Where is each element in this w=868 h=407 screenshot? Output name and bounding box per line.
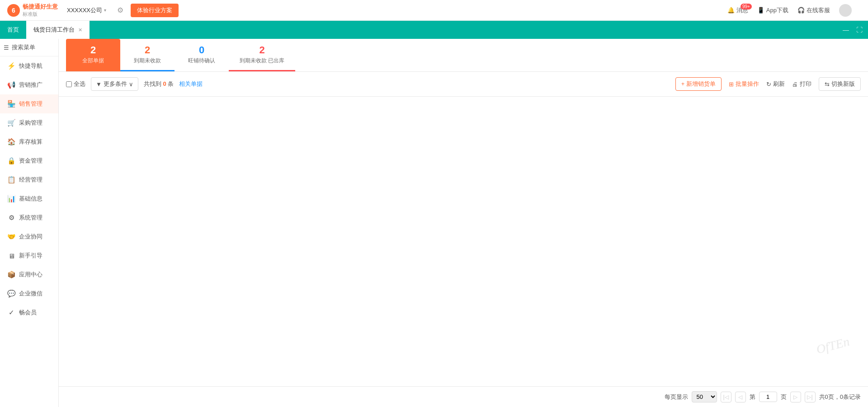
filter-btn[interactable]: ▼ 更多条件 ∨ (91, 77, 138, 91)
minimize-icon[interactable]: — (841, 24, 851, 35)
page-prefix: 第 (750, 393, 755, 401)
main-content: 2 全部单据 2 到期未收款 0 旺铺待确认 2 到期未收款 已出库 全选 (59, 39, 868, 407)
sidebar-item-label: 企业微信 (19, 290, 42, 298)
stat-label-shipped: 到期未收款 已出库 (240, 57, 284, 65)
member-icon: ✓ (7, 309, 15, 317)
filter-icon: ▼ (96, 81, 102, 88)
stat-tab-overdue[interactable]: 2 到期未收款 (120, 39, 175, 71)
stat-number-shipped: 2 (259, 44, 265, 56)
sidebar-item-purchase[interactable]: 🛒 采购管理 (0, 113, 58, 132)
settings-icon[interactable]: ⚙ (115, 4, 125, 16)
total-info: 共0页，0条记录 (819, 393, 861, 401)
bell-icon: 🔔 (727, 7, 735, 14)
toolbar-right: + 新增销货单 ⊞ 批量操作 ↻ 刷新 🖨 打印 ⇆ 切换新版 (675, 77, 861, 91)
experience-btn[interactable]: 体验行业方案 (131, 4, 179, 17)
sidebar-item-sales[interactable]: 🏪 销售管理 (0, 94, 58, 113)
workbench-tab-label: 钱货日清工作台 (33, 26, 75, 34)
sidebar-item-label: 经营管理 (19, 176, 42, 184)
tab-workbench[interactable]: 钱货日清工作台 ✕ (26, 21, 90, 39)
switch-version-btn[interactable]: ⇆ 切换新版 (819, 77, 861, 91)
header-left: 6 畅捷通好生意 标准版 XXXXXX公司 ▾ ⚙ 体验行业方案 (7, 3, 179, 17)
nav-tabs-actions: — ⛶ (841, 24, 868, 35)
sidebar-item-finance[interactable]: 🔒 资金管理 (0, 151, 58, 170)
toolbar: 全选 ▼ 更多条件 ∨ 共找到 0 条 相关单据 + 新增销货单 ⊞ 批 (59, 72, 868, 97)
first-page-btn[interactable]: |◁ (721, 392, 731, 402)
sidebar-item-label: 采购管理 (19, 119, 42, 127)
print-btn[interactable]: 🖨 打印 (792, 80, 811, 88)
logo-text: 畅捷通好生意 标准版 (23, 3, 58, 17)
chevron-down-icon: ▾ (104, 8, 106, 13)
nav-tabs: 首页 钱货日清工作台 ✕ — ⛶ (0, 21, 868, 39)
notification-badge: 99+ (741, 4, 752, 9)
tab-close-icon[interactable]: ✕ (78, 27, 82, 33)
pagination: 每页显示 50 100 200 |◁ ◁ 第 1 页 ▷ ▷| 共0页，0条记录 (59, 386, 868, 407)
print-icon: 🖨 (792, 81, 798, 88)
maximize-icon[interactable]: ⛶ (854, 24, 864, 35)
avatar[interactable] (839, 4, 852, 17)
per-page-select[interactable]: 50 100 200 (692, 391, 717, 402)
logo-icon: 6 (7, 4, 20, 17)
sidebar-item-beginner[interactable]: 🖥 新手引导 (0, 246, 58, 265)
app-download-btn[interactable]: 📱 App下载 (757, 6, 788, 14)
sidebar: ☰ 搜索菜单 ⚡ 快捷导航 📢 营销推广 🏪 销售管理 🛒 采购管理 🏠 库存核… (0, 39, 59, 407)
sidebar-item-enterprise[interactable]: 🤝 企业协同 (0, 227, 58, 246)
operations-icon: 📋 (7, 176, 15, 184)
stat-label-all: 全部单据 (82, 57, 104, 65)
online-service-btn[interactable]: 🎧 在线客服 (797, 6, 830, 14)
stat-number-all: 2 (90, 44, 96, 56)
refresh-btn[interactable]: ↻ 刷新 (766, 80, 785, 88)
related-link[interactable]: 相关单据 (179, 80, 203, 88)
next-page-btn[interactable]: ▷ (790, 392, 801, 402)
basic-info-icon: 📊 (7, 195, 15, 203)
purchase-icon: 🛒 (7, 119, 15, 127)
app-center-icon: 📦 (7, 271, 15, 279)
sidebar-item-operations[interactable]: 📋 经营管理 (0, 170, 58, 189)
sidebar-item-label: 企业协同 (19, 233, 42, 241)
stat-label-pending: 旺铺待确认 (188, 57, 215, 65)
per-page-label: 每页显示 (665, 393, 688, 401)
prev-page-btn[interactable]: ◁ (735, 392, 746, 402)
sidebar-item-inventory[interactable]: 🏠 库存核算 (0, 132, 58, 151)
sidebar-item-wechat[interactable]: 💬 企业微信 (0, 284, 58, 303)
inventory-icon: 🏠 (7, 138, 15, 146)
beginner-icon: 🖥 (7, 252, 15, 260)
page-input[interactable]: 1 (759, 392, 777, 402)
app-download-label: App下载 (766, 6, 788, 14)
sidebar-item-system[interactable]: ⚙ 系统管理 (0, 208, 58, 227)
found-count: 0 (163, 80, 166, 87)
select-all-checkbox[interactable]: 全选 (66, 80, 85, 88)
batch-btn[interactable]: ⊞ 批量操作 (729, 80, 759, 88)
sidebar-item-app-center[interactable]: 📦 应用中心 (0, 265, 58, 284)
company-selector[interactable]: XXXXXX公司 ▾ (63, 5, 110, 16)
sales-icon: 🏪 (7, 100, 15, 108)
sidebar-item-label: 新手引导 (19, 252, 42, 260)
stat-tab-all[interactable]: 2 全部单据 (66, 39, 120, 71)
select-all-input[interactable] (66, 81, 72, 87)
table-area (59, 97, 868, 323)
sidebar-item-label: 快捷导航 (19, 62, 42, 70)
sidebar-item-basic-info[interactable]: 📊 基础信息 (0, 189, 58, 208)
last-page-btn[interactable]: ▷| (805, 392, 816, 402)
sidebar-item-label: 畅会员 (19, 309, 37, 317)
sidebar-search[interactable]: ☰ 搜索菜单 (0, 39, 58, 56)
batch-icon: ⊞ (729, 81, 734, 88)
sidebar-item-quick-nav[interactable]: ⚡ 快捷导航 (0, 56, 58, 75)
switch-icon: ⇆ (825, 81, 830, 88)
sidebar-item-marketing[interactable]: 📢 营销推广 (0, 75, 58, 94)
top-header: 6 畅捷通好生意 标准版 XXXXXX公司 ▾ ⚙ 体验行业方案 🔔 消息 99… (0, 0, 868, 21)
stat-tabs: 2 全部单据 2 到期未收款 0 旺铺待确认 2 到期未收款 已出库 (59, 39, 868, 72)
notification-area[interactable]: 🔔 消息 99+ (727, 6, 748, 14)
logo-area: 6 畅捷通好生意 标准版 (7, 3, 58, 17)
quick-nav-icon: ⚡ (7, 62, 15, 70)
marketing-icon: 📢 (7, 81, 15, 89)
stat-tab-pending[interactable]: 0 旺铺待确认 (175, 39, 229, 71)
refresh-icon: ↻ (766, 81, 771, 88)
online-service-label: 在线客服 (807, 6, 830, 14)
found-text: 共找到 0 条 (144, 80, 174, 88)
tab-home[interactable]: 首页 (0, 21, 26, 39)
new-sale-btn[interactable]: + 新增销货单 (675, 77, 722, 91)
stat-tab-shipped[interactable]: 2 到期未收款 已出库 (229, 39, 295, 71)
sidebar-item-label: 应用中心 (19, 271, 42, 279)
stat-label-overdue: 到期未收款 (134, 57, 161, 65)
sidebar-item-member[interactable]: ✓ 畅会员 (0, 303, 58, 322)
